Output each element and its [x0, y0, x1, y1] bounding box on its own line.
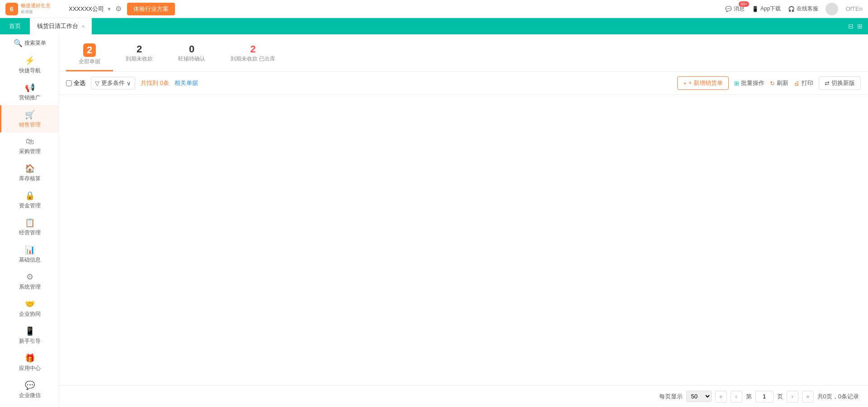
trial-button[interactable]: 体验行业方案	[127, 3, 175, 15]
select-all-label: 全选	[74, 79, 85, 87]
operations-icon: 📋	[25, 218, 35, 228]
stat-all-count: 2	[83, 43, 96, 57]
prev-page-button[interactable]: ‹	[731, 391, 742, 402]
system-icon: ⚙	[26, 272, 33, 282]
total-label: 共0页，0条记录	[817, 393, 859, 401]
switch-icon: ⇄	[825, 80, 830, 87]
add-sales-order-button[interactable]: + + 新增销货单	[677, 76, 729, 90]
batch-label: 批量操作	[741, 79, 764, 87]
sidebar-item-app-center[interactable]: 🎁 应用中心	[0, 349, 58, 376]
finance-icon: 🔒	[25, 191, 35, 201]
refresh-icon: ↻	[770, 80, 775, 87]
stat-overdue-out-label: 到期未收款 已出库	[231, 55, 275, 63]
tab-work-close[interactable]: ×	[82, 23, 85, 29]
sidebar-item-sales[interactable]: 🛒 销售管理	[0, 105, 58, 132]
online-service-btn[interactable]: 🎧 在线客服	[788, 5, 818, 13]
sidebar-item-wechat[interactable]: 💬 企业微信	[0, 376, 58, 403]
stat-pending-count: 0	[189, 43, 194, 55]
stat-tab-pending[interactable]: 0 旺辅待确认	[165, 40, 218, 71]
sidebar-item-inventory[interactable]: 🏠 库存核算	[0, 159, 58, 186]
toolbar: 全选 ▽ 更多条件 ∨ 共找到 0条 相关单据 + + 新增销货单 ⊞	[59, 72, 868, 95]
main-layout: 🔍 搜索菜单 ⚡ 快捷导航 📢 营销推广 🛒 销售管理 🛍 采购管理 🏠 库存核…	[0, 34, 868, 407]
tab-work-label: 钱货日清工作台	[37, 22, 78, 30]
message-btn[interactable]: 💬 消息 99+	[725, 5, 745, 13]
search-icon: 🔍	[14, 39, 23, 47]
print-label: 打印	[802, 79, 813, 87]
first-page-button[interactable]: «	[715, 391, 727, 402]
switch-label: 切换新版	[831, 79, 855, 87]
refresh-label: 刷新	[777, 79, 788, 87]
print-btn[interactable]: 🖨 打印	[794, 79, 813, 87]
last-page-icon: »	[806, 393, 809, 400]
filter-label: 更多条件	[101, 79, 125, 87]
toolbar-left: 全选 ▽ 更多条件 ∨ 共找到 0条 相关单据	[66, 77, 672, 89]
pagination-footer: 每页显示 50 100 « ‹ 第 页 › » 共0页，0条记录	[59, 385, 868, 407]
sidebar-search[interactable]: 🔍 搜索菜单	[0, 34, 58, 51]
batch-icon: ⊞	[734, 80, 739, 87]
page-number-input[interactable]	[755, 391, 774, 402]
wechat-icon: 💬	[25, 380, 35, 390]
avatar[interactable]	[826, 3, 838, 15]
company-selector[interactable]: XXXXXX公司 ▼	[69, 5, 112, 13]
filter-button[interactable]: ▽ 更多条件 ∨	[91, 77, 135, 89]
next-page-button[interactable]: ›	[787, 391, 798, 402]
stat-overdue-count: 2	[137, 43, 142, 55]
per-page-label: 每页显示	[659, 393, 683, 401]
logo-text: 畅捷通好生意	[21, 3, 51, 9]
select-all-input[interactable]	[66, 80, 72, 86]
username-area[interactable]: OfTEn	[845, 5, 863, 12]
stat-tab-overdue[interactable]: 2 到期未收款	[113, 40, 165, 71]
last-page-button[interactable]: »	[802, 391, 814, 402]
message-icon: 💬	[725, 6, 732, 12]
sidebar-item-basic-info[interactable]: 📊 基础信息	[0, 240, 58, 267]
window-minimize-icon[interactable]: ⊟	[848, 23, 854, 30]
logo-badge: 标准版	[21, 9, 51, 15]
sidebar-item-enterprise[interactable]: 🤝 企业协同	[0, 295, 58, 322]
sidebar-item-quick-nav[interactable]: ⚡ 快捷导航	[0, 51, 58, 78]
page-suffix: 页	[777, 393, 783, 401]
marketing-icon: 📢	[25, 83, 35, 93]
table-area	[59, 95, 868, 385]
window-maximize-icon[interactable]: ⊞	[857, 23, 863, 30]
per-page-select[interactable]: 50 100	[686, 391, 712, 402]
sidebar-basic-info-label: 基础信息	[19, 256, 41, 264]
sidebar-inventory-label: 库存核算	[19, 175, 41, 182]
stat-tab-all[interactable]: 2 全部单据	[66, 40, 113, 71]
nav-tab-actions: ⊟ ⊞	[848, 23, 868, 30]
result-link[interactable]: 相关单据	[175, 79, 198, 87]
switch-version-button[interactable]: ⇄ 切换新版	[819, 76, 861, 90]
sidebar-item-member[interactable]: 🏅 畅会员	[0, 403, 58, 407]
sidebar-guide-label: 新手引导	[19, 337, 41, 345]
batch-action-btn[interactable]: ⊞ 批量操作	[734, 79, 764, 87]
sidebar-item-purchase[interactable]: 🛍 采购管理	[0, 132, 58, 159]
tab-work[interactable]: 钱货日清工作台 ×	[30, 18, 92, 34]
enterprise-icon: 🤝	[25, 299, 35, 309]
online-service-icon: 🎧	[788, 6, 795, 12]
content-area: 2 全部单据 2 到期未收款 0 旺辅待确认 2 到期未收款 已出库 全选	[59, 34, 868, 407]
page-label: 第	[746, 393, 752, 401]
sidebar-sales-label: 销售管理	[19, 121, 41, 129]
stats-tabs: 2 全部单据 2 到期未收款 0 旺辅待确认 2 到期未收款 已出库	[59, 34, 868, 72]
sidebar-item-finance[interactable]: 🔒 资金管理	[0, 186, 58, 213]
stat-tab-overdue-out[interactable]: 2 到期未收款 已出库	[218, 40, 288, 71]
nav-tabs-bar: 首页 钱货日清工作台 × ⊟ ⊞	[0, 18, 868, 34]
sidebar-item-system[interactable]: ⚙ 系统管理	[0, 267, 58, 295]
online-service-label: 在线客服	[797, 5, 818, 13]
sidebar-item-operations[interactable]: 📋 经营管理	[0, 213, 58, 240]
stat-all-label: 全部单据	[79, 58, 100, 65]
stat-overdue-label: 到期未收款	[126, 55, 153, 63]
sidebar-item-guide[interactable]: 📱 新手引导	[0, 322, 58, 349]
quick-nav-icon: ⚡	[25, 56, 35, 65]
add-icon: +	[683, 80, 687, 87]
tab-home-label: 首页	[9, 22, 21, 30]
sidebar-item-marketing[interactable]: 📢 营销推广	[0, 78, 58, 105]
company-dropdown-arrow: ▼	[107, 6, 112, 12]
refresh-btn[interactable]: ↻ 刷新	[770, 79, 788, 87]
result-count: 0	[160, 80, 163, 86]
app-download-btn[interactable]: 📱 App下载	[752, 5, 781, 13]
select-all-checkbox[interactable]: 全选	[66, 79, 85, 87]
gear-icon[interactable]: ⚙	[115, 5, 122, 13]
tab-home[interactable]: 首页	[0, 18, 30, 34]
stat-overdue-out-count: 2	[250, 43, 256, 55]
logo-area: 6 畅捷通好生意 标准版	[5, 3, 64, 15]
